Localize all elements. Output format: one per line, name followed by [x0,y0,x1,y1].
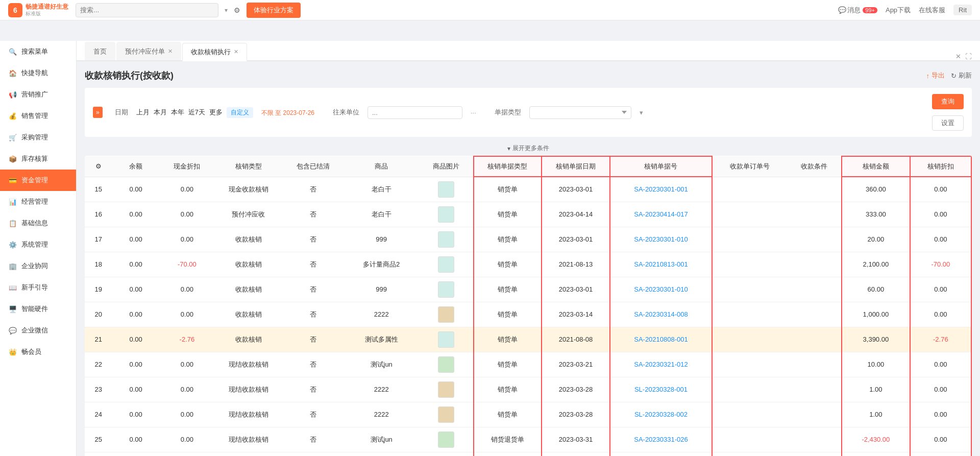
cell-type: 收款核销 [214,252,283,277]
sidebar-item-member[interactable]: 👑畅会员 [0,341,76,363]
sidebar-item-enterprise[interactable]: 🏢企业协同 [0,255,76,277]
online-support-btn[interactable]: 在线客服 [919,6,945,15]
filter-this-month[interactable]: 本月 [154,108,167,117]
sidebar-item-hardware[interactable]: 🖥️智能硬件 [0,298,76,320]
setting-btn[interactable]: 设置 [932,115,964,131]
member-icon: 👑 [8,347,17,356]
tab-maximize[interactable]: ⛶ [965,53,972,60]
filter-custom[interactable]: 自定义 [227,107,253,118]
tab-prepay[interactable]: 预付冲应付单 ✕ [116,42,181,60]
sidebar-item-quick-nav[interactable]: 🏠快捷导航 [0,62,76,84]
quick-nav-icon: 🏠 [8,68,17,78]
table-row[interactable]: 23 0.00 0.00 现结收款核销 否 2222 销货单 2023-03-2… [85,377,971,402]
table-row[interactable]: 26 0.00 0.00 预收款核销 否 123D商品 销货单 2022-04-… [85,452,971,456]
cell-product: 999 [344,277,419,302]
table-row[interactable]: 16 0.00 0.00 预付冲应收 否 老白干 销货单 2023-04-14 … [85,202,971,227]
filter-more[interactable]: 更多 [209,108,223,117]
table-row[interactable]: 20 0.00 0.00 收款核销 否 2222 销货单 2023-03-14 … [85,302,971,327]
cell-verify-amount: 60.00 [842,277,910,302]
cell-verify-no[interactable]: SA-20230414-017 [610,202,712,227]
sidebar-item-marketing[interactable]: 📢营销推广 [0,84,76,105]
table-row[interactable]: 25 0.00 0.00 现结收款核销 否 测试jun 销货退货单 2023-0… [85,427,971,452]
th-included: 包含已结清 [282,156,344,177]
cell-verify-no[interactable]: ABC-001 [610,452,712,456]
from-label: 往来单位 [333,108,359,117]
cell-verify-amount: 333.00 [842,202,910,227]
expand-more-btn[interactable]: ▾ 展开更多条件 [85,141,972,156]
cell-verify-no[interactable]: SA-20210808-001 [610,327,712,352]
cell-verify-no[interactable]: SA-20230301-010 [610,277,712,302]
cell-verify-no[interactable]: SL-20230328-002 [610,402,712,427]
filter-collapse-btn[interactable]: » [93,107,103,118]
filter-7days[interactable]: 近7天 [188,108,205,117]
table-row[interactable]: 21 0.00 -2.76 收款核销 否 测试多属性 销货单 2021-08-0… [85,327,971,352]
sidebar-item-sales[interactable]: 💰销售管理 [0,105,76,127]
industry-btn[interactable]: 体验行业方案 [247,3,301,18]
cell-verify-no[interactable]: SA-20230301-010 [610,227,712,252]
filter-last-month[interactable]: 上月 [136,108,150,117]
cell-receipt-cond [787,377,842,402]
cell-cash-discount: -2.76 [160,327,214,352]
table-row[interactable]: 19 0.00 0.00 收款核销 否 999 销货单 2023-03-01 S… [85,277,971,302]
cell-verify-no[interactable]: SL-20230328-001 [610,377,712,402]
table-row[interactable]: 17 0.00 0.00 收款核销 否 999 销货单 2023-03-01 S… [85,227,971,252]
sidebar-item-basic-info[interactable]: 📋基础信息 [0,212,76,234]
type-select-arrow[interactable]: ▾ [640,109,643,116]
cell-verify-discount: 0.00 [910,452,971,456]
cell-verify-no[interactable]: SA-20230331-026 [610,427,712,452]
cell-verify-no[interactable]: SA-20230301-001 [610,177,712,202]
table-header-row: ⚙ 余额 现金折扣 核销类型 包含已结清 商品 商品图片 核销单据类型 核销单据… [85,156,971,177]
table-row[interactable]: 24 0.00 0.00 现结收款核销 否 2222 销货单 2023-03-2… [85,402,971,427]
query-btn[interactable]: 查询 [932,94,964,109]
refresh-btn[interactable]: ↻ 刷新 [951,71,972,80]
table-row[interactable]: 22 0.00 0.00 现结收款核销 否 测试jun 销货单 2023-03-… [85,352,971,377]
cell-cash-discount: 0.00 [160,227,214,252]
dropdown-arrow[interactable]: ▾ [225,7,228,14]
sidebar-item-system[interactable]: ⚙️系统管理 [0,234,76,255]
tab-collection-close[interactable]: ✕ [234,49,238,55]
cell-receipt-no [712,177,787,202]
export-btn[interactable]: ↑ 导出 [926,71,945,80]
type-select[interactable] [529,106,631,119]
cell-no: 15 [85,177,112,202]
tab-collection[interactable]: 收款核销执行 ✕ [182,43,247,61]
cell-product-img [419,452,474,456]
sidebar-item-purchase[interactable]: 🛒采购管理 [0,127,76,148]
sidebar-item-search-menu[interactable]: 🔍搜索菜单 [0,41,76,62]
cell-included: 否 [282,452,344,456]
cell-type: 现结收款核销 [214,427,283,452]
th-gear[interactable]: ⚙ [85,156,112,177]
table-row[interactable]: 18 0.00 -70.00 收款核销 否 多计量商品2 销货单 2021-08… [85,252,971,277]
tab-home[interactable]: 首页 [85,42,115,60]
from-input[interactable] [368,106,462,119]
cell-verify-no[interactable]: SA-20230321-012 [610,352,712,377]
th-product-img: 商品图片 [419,156,474,177]
cell-receipt-cond [787,402,842,427]
messages-btn[interactable]: 💬 消息 99+ [838,6,877,15]
sidebar-label-member: 畅会员 [21,347,41,356]
cell-verify-type: 销货单 [474,452,542,456]
sidebar-label-capital: 资金管理 [21,176,48,185]
sidebar: 🔍搜索菜单🏠快捷导航📢营销推广💰销售管理🛒采购管理📦库存核算💳资金管理📊经营管理… [0,41,77,456]
sidebar-item-capital[interactable]: 💳资金管理 [0,170,76,191]
cell-balance: 0.00 [112,252,160,277]
cell-verify-no[interactable]: SA-20210813-001 [610,252,712,277]
sidebar-item-inventory[interactable]: 📦库存核算 [0,148,76,170]
sidebar-item-guide[interactable]: 📖新手引导 [0,277,76,298]
table-row[interactable]: 15 0.00 0.00 现金收款核销 否 老白干 销货单 2023-03-01… [85,177,971,202]
settings-icon[interactable]: ⚙ [234,6,240,14]
page-actions: ↑ 导出 ↻ 刷新 [926,71,972,80]
sidebar-item-operation[interactable]: 📊经营管理 [0,191,76,212]
cell-balance: 0.00 [112,352,160,377]
cell-verify-no[interactable]: SA-20230314-008 [610,302,712,327]
cell-type: 收款核销 [214,302,283,327]
cell-verify-discount: 0.00 [910,177,971,202]
tab-prepay-close[interactable]: ✕ [168,48,173,55]
top-search-input[interactable] [76,3,218,17]
sidebar-item-wechat[interactable]: 💬企业微信 [0,320,76,341]
cell-product: 2222 [344,302,419,327]
filter-this-year[interactable]: 本年 [171,108,184,117]
user-name[interactable]: Rit [953,5,972,15]
app-download-btn[interactable]: App下载 [886,6,911,15]
tab-close-all[interactable]: ✕ [955,53,961,60]
